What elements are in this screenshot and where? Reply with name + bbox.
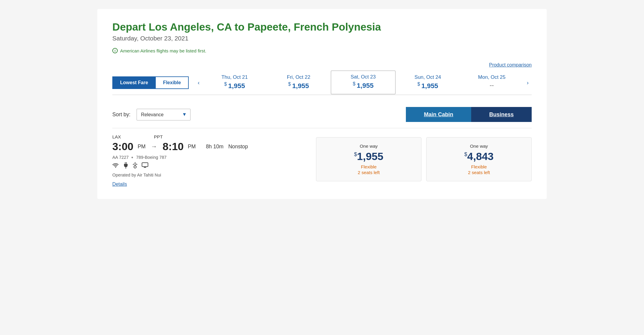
svg-point-6 xyxy=(133,164,134,165)
date-label-sat-oct23: Sat, Oct 23 xyxy=(333,74,394,80)
product-comparison-row: Product comparison xyxy=(112,62,532,68)
main-cabin-way: One way xyxy=(323,144,414,149)
date-label-fri-oct22: Fri, Oct 22 xyxy=(268,74,329,80)
depart-time: 3:00 xyxy=(112,141,133,153)
flight-times: 3:00 PM → 8:10 PM 8h 10m Nonstop xyxy=(112,141,307,153)
amenities xyxy=(112,162,307,170)
date-col-sun-oct24[interactable]: Sun, Oct 24 $ 1,955 xyxy=(396,71,460,95)
sort-select-wrap: Relevance Price Duration Departure Arriv… xyxy=(137,109,191,120)
flight-row: LAX PPT 3:00 PM → 8:10 PM 8h 10m Nonstop xyxy=(112,134,532,187)
next-date-arrow[interactable]: › xyxy=(524,79,532,86)
entertainment-icon xyxy=(142,162,148,170)
sort-label: Sort by: xyxy=(112,111,131,118)
date-price-thu-oct21: $ 1,955 xyxy=(204,82,265,90)
dest-code: PPT xyxy=(154,134,163,139)
date-label-thu-oct21: Thu, Oct 21 xyxy=(204,74,265,80)
lowest-fare-button[interactable]: Lowest Fare xyxy=(112,76,156,89)
date-label-sun-oct24: Sun, Oct 24 xyxy=(397,74,458,80)
usb-icon xyxy=(133,162,137,170)
sort-cabin-row: Sort by: Relevance Price Duration Depart… xyxy=(112,107,532,122)
dot-divider xyxy=(131,157,133,158)
info-message: American Airlines flights may be listed … xyxy=(120,48,206,53)
business-cabin-button[interactable]: Business xyxy=(471,107,532,122)
info-icon: i xyxy=(112,48,118,53)
flight-info: LAX PPT 3:00 PM → 8:10 PM 8h 10m Nonstop xyxy=(112,134,316,187)
flight-divider xyxy=(112,128,532,128)
svg-rect-8 xyxy=(136,164,137,165)
business-price: $4,843 xyxy=(434,150,524,162)
aircraft-type: 789-Boeing 787 xyxy=(136,155,167,160)
date-price-fri-oct22: $ 1,955 xyxy=(268,82,329,90)
main-cabin-seats: 2 seats left xyxy=(323,170,414,175)
date-label-mon-oct25: Mon, Oct 25 xyxy=(461,74,522,80)
date-options: Thu, Oct 21 $ 1,955 Fri, Oct 22 $ 1,955 … xyxy=(202,71,524,95)
operated-by: Operated by Air Tahiti Nui xyxy=(112,173,307,177)
date-price-mon-oct25: -- xyxy=(461,82,522,89)
main-cabin-fare-card[interactable]: One way $1,955 Flexible 2 seats left xyxy=(316,137,421,181)
cabin-buttons: Main Cabin Business xyxy=(406,107,532,122)
fare-cards: One way $1,955 Flexible 2 seats left One… xyxy=(316,137,532,181)
fare-toggle: Lowest Fare Flexible xyxy=(112,76,189,89)
flight-duration: 8h 10m xyxy=(206,144,223,150)
details-link[interactable]: Details xyxy=(112,182,127,187)
date-col-thu-oct21[interactable]: Thu, Oct 21 $ 1,955 xyxy=(202,71,267,95)
info-bar: i American Airlines flights may be liste… xyxy=(112,48,532,53)
power-icon xyxy=(123,162,129,170)
svg-rect-0 xyxy=(125,162,126,164)
date-price-sat-oct23: $ 1,955 xyxy=(333,81,394,90)
flexible-fare-button[interactable]: Flexible xyxy=(156,76,189,89)
sort-select[interactable]: Relevance Price Duration Departure Arriv… xyxy=(137,109,191,120)
page-container: Depart Los Angeles, CA to Papeete, Frenc… xyxy=(97,9,547,199)
business-flexible: Flexible xyxy=(434,164,524,169)
depart-period: PM xyxy=(137,144,145,150)
flight-details-row: AA 7227 789-Boeing 787 xyxy=(112,155,307,160)
wifi-icon xyxy=(112,162,119,170)
date-selector: Lowest Fare Flexible ‹ Thu, Oct 21 $ 1,9… xyxy=(112,71,532,95)
arrive-time: 8:10 xyxy=(163,141,184,153)
flight-number: AA 7227 xyxy=(112,155,129,160)
main-cabin-button[interactable]: Main Cabin xyxy=(406,107,471,122)
flight-arrow-icon: → xyxy=(151,143,157,150)
date-price-sun-oct24: $ 1,955 xyxy=(397,82,458,90)
business-fare-card[interactable]: One way $4,843 Flexible 2 seats left xyxy=(426,137,532,181)
prev-date-arrow[interactable]: ‹ xyxy=(195,79,202,86)
svg-rect-9 xyxy=(142,163,148,167)
main-cabin-price: $1,955 xyxy=(323,150,414,162)
flight-stops: Nonstop xyxy=(228,144,248,150)
page-title: Depart Los Angeles, CA to Papeete, Frenc… xyxy=(112,21,532,33)
arrive-period: PM xyxy=(188,144,196,150)
date-col-sat-oct23[interactable]: Sat, Oct 23 $ 1,955 xyxy=(331,70,396,94)
business-way: One way xyxy=(434,144,524,149)
business-seats: 2 seats left xyxy=(434,170,524,175)
date-col-fri-oct22[interactable]: Fri, Oct 22 $ 1,955 xyxy=(267,71,331,95)
svg-rect-1 xyxy=(126,162,127,164)
flight-airports: LAX PPT xyxy=(112,134,307,139)
svg-rect-2 xyxy=(126,167,126,169)
product-comparison-link[interactable]: Product comparison xyxy=(489,62,532,68)
date-col-mon-oct25[interactable]: Mon, Oct 25 -- xyxy=(460,71,524,95)
main-cabin-flexible: Flexible xyxy=(323,164,414,169)
page-subtitle: Saturday, October 23, 2021 xyxy=(112,35,532,42)
origin-code: LAX xyxy=(112,134,121,139)
flight-duration-stop: 8h 10m Nonstop xyxy=(206,144,248,150)
